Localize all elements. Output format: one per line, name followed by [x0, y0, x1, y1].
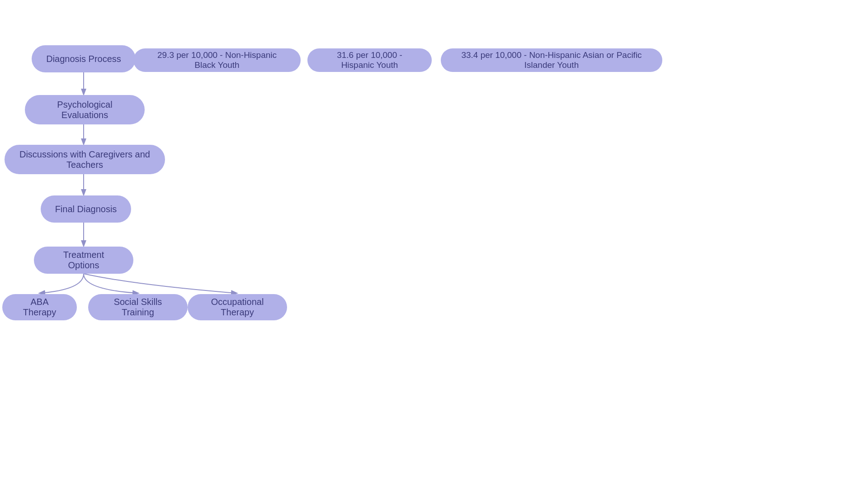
treatment-options-node: Treatment Options — [34, 247, 133, 274]
diagnosis-process-node: Diagnosis Process — [32, 45, 136, 72]
stat3-node: 33.4 per 10,000 - Non-Hispanic Asian or … — [441, 48, 662, 72]
social-skills-node: Social Skills Training — [88, 294, 188, 320]
discussions-node: Discussions with Caregivers and Teachers — [5, 145, 165, 174]
stat1-node: 29.3 per 10,000 - Non-Hispanic Black You… — [133, 48, 301, 72]
stat2-node: 31.6 per 10,000 - Hispanic Youth — [307, 48, 432, 72]
occupational-therapy-node: Occupational Therapy — [188, 294, 287, 320]
aba-therapy-node: ABA Therapy — [2, 294, 77, 320]
psychological-evaluations-node: Psychological Evaluations — [25, 95, 145, 124]
final-diagnosis-node: Final Diagnosis — [41, 195, 131, 223]
